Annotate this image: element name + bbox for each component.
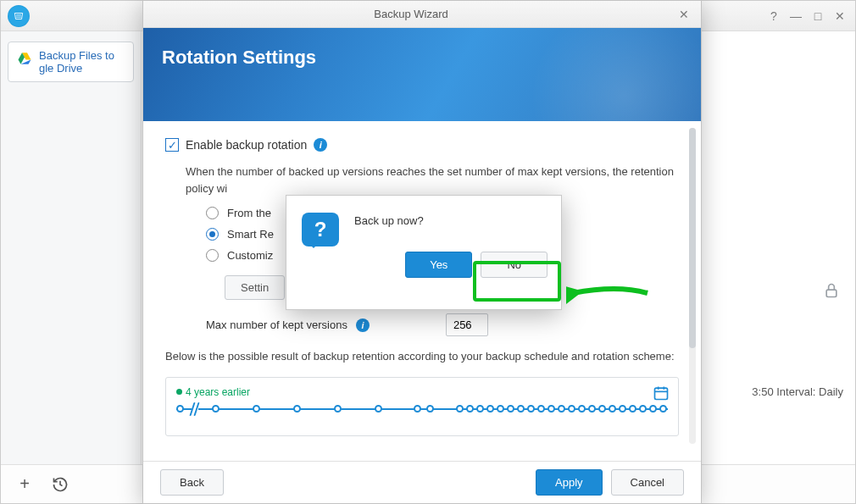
back-button[interactable]: Back [160, 469, 224, 496]
wizard-titlebar: Backup Wizard ✕ [143, 1, 701, 28]
max-kept-row: Max number of kept versions i [206, 313, 679, 336]
wizard-heading: Rotation Settings [162, 47, 316, 69]
wizard-close-button[interactable]: ✕ [675, 8, 692, 21]
lock-icon [823, 281, 840, 303]
wizard-title: Backup Wizard [374, 8, 447, 20]
svg-rect-4 [655, 388, 668, 399]
retention-timeline: 4 years earlier [165, 377, 679, 436]
question-icon: ? [302, 213, 339, 246]
maximize-button[interactable]: □ [809, 9, 826, 23]
google-drive-icon [17, 49, 32, 68]
rotation-description: When the number of backed up versions re… [186, 163, 679, 197]
help-button[interactable]: ? [765, 9, 782, 23]
info-icon[interactable]: i [314, 138, 327, 152]
radio-from-label: From the [227, 207, 271, 219]
yes-button[interactable]: Yes [405, 252, 472, 278]
rotation-settings-button[interactable]: Settin [225, 275, 285, 300]
radio-icon[interactable] [206, 207, 219, 219]
confirm-dialog: ? Back up now? Yes No [286, 195, 562, 310]
scrollbar[interactable] [689, 128, 696, 444]
timeline-label: 4 years earlier [176, 386, 668, 398]
enable-rotation-checkbox[interactable]: ✓ [165, 138, 179, 152]
no-button[interactable]: No [481, 252, 548, 278]
wizard-footer: Back Apply Cancel [143, 461, 701, 503]
cancel-button[interactable]: Cancel [611, 469, 684, 496]
app-icon [8, 5, 30, 27]
enable-rotation-label: Enable backup rotation [186, 138, 307, 152]
schedule-info: 3:50 Interval: Daily [752, 385, 843, 398]
scrollbar-thumb[interactable] [689, 128, 696, 348]
radio-icon[interactable] [206, 228, 219, 241]
radio-custom-label: Customiz [227, 249, 273, 262]
dialog-message: Back up now? [354, 213, 424, 246]
apply-button[interactable]: Apply [536, 469, 603, 496]
backup-task-label: Backup Files to gle Drive [39, 49, 125, 75]
add-button[interactable]: + [13, 473, 36, 496]
info-icon[interactable]: i [356, 318, 370, 332]
radio-smart-label: Smart Re [227, 228, 274, 241]
backup-task-item[interactable]: Backup Files to gle Drive [8, 42, 134, 82]
max-kept-label: Max number of kept versions [206, 318, 347, 331]
sidebar: Backup Files to gle Drive [1, 31, 142, 503]
wizard-header: Rotation Settings [143, 28, 701, 121]
minimize-button[interactable]: — [787, 9, 804, 23]
enable-rotation-row[interactable]: ✓ Enable backup rotation i [165, 138, 679, 152]
svg-rect-3 [826, 290, 837, 296]
close-button[interactable]: ✕ [831, 9, 848, 23]
timeline-track [176, 403, 668, 415]
history-icon[interactable] [48, 473, 72, 496]
calendar-icon[interactable] [653, 385, 670, 405]
radio-icon[interactable] [206, 249, 219, 262]
max-kept-input[interactable] [446, 313, 488, 336]
timeline-description: Below is the possible result of backup r… [165, 348, 679, 365]
